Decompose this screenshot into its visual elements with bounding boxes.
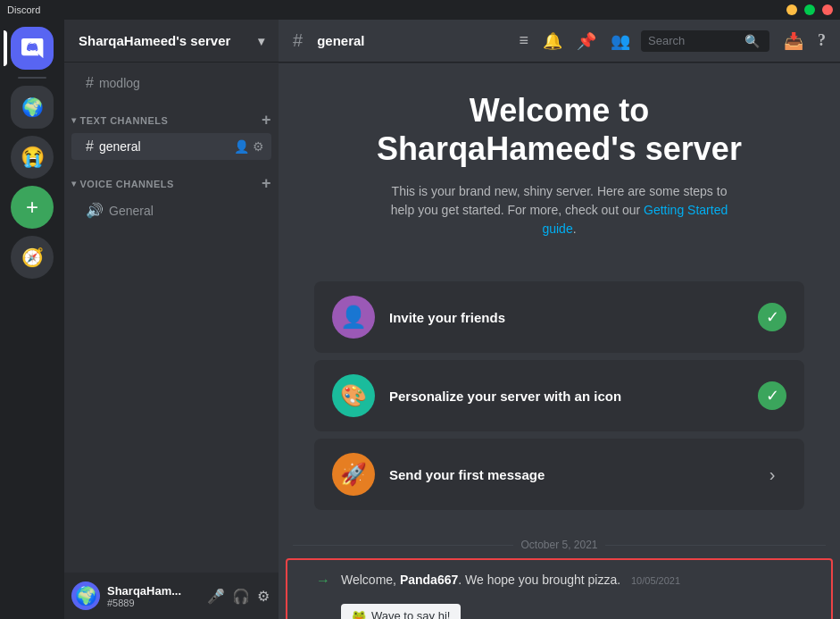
wave-emoji: 🐸: [352, 609, 366, 619]
user-avatar: 🌍: [71, 581, 100, 610]
add-member-icon[interactable]: 👤: [234, 139, 249, 154]
hash-icon-general: #: [86, 138, 94, 155]
setup-cards: 👤 Invite your friends ✓ 🎨 Personalize yo…: [279, 281, 840, 510]
window-controls: — □ ✕: [786, 4, 833, 15]
section-chevron-icon: ▾: [71, 115, 77, 125]
search-bar[interactable]: 🔍: [641, 30, 769, 52]
inbox-icon[interactable]: 📥: [784, 31, 803, 51]
headphones-icon[interactable]: 🎧: [230, 586, 252, 606]
user-settings-icon[interactable]: ⚙: [255, 586, 271, 606]
app-title: Discord: [7, 4, 786, 15]
personalize-card-checkmark: ✓: [758, 381, 786, 410]
discord-home-button[interactable]: [11, 27, 54, 70]
user-area: 🌍 SharqaHam... #5889 🎤 🎧 ⚙: [64, 573, 279, 619]
explore-servers-button[interactable]: 🧭: [11, 236, 54, 279]
user-discriminator: #5889: [107, 598, 198, 608]
user-info: SharqaHam... #5889: [107, 584, 198, 608]
server-icon-emoji[interactable]: 😭: [11, 136, 54, 179]
speaker-icon: 🔊: [86, 202, 104, 219]
channel-item-general[interactable]: # general 👤 ⚙: [71, 133, 271, 160]
voice-channel-name: General: [109, 204, 154, 218]
message-card-icon: 🚀: [332, 453, 375, 496]
help-icon[interactable]: ?: [818, 31, 826, 50]
search-icon: 🔍: [744, 34, 760, 48]
channel-name-general: general: [99, 139, 141, 154]
message-text: Welcome, Panda667. We hope you brought p…: [341, 573, 680, 587]
close-button[interactable]: ✕: [822, 4, 833, 15]
personalize-card-icon: 🎨: [332, 374, 375, 417]
pin-icon[interactable]: 📌: [577, 31, 596, 51]
welcome-description: This is your brand new, shiny server. He…: [381, 182, 738, 238]
message-card-text: Send your first message: [389, 467, 744, 482]
hash-icon: #: [86, 75, 94, 91]
app-container: 🌍 😭 + 🧭 SharqaHameed's server ▾ # modlog…: [0, 20, 840, 619]
server-sidebar: 🌍 😭 + 🧭: [0, 20, 64, 619]
section-voice-channels[interactable]: ▾ VOICE CHANNELS +: [64, 160, 279, 197]
channel-item-voice-general[interactable]: 🔊 General: [71, 197, 271, 224]
search-input[interactable]: [648, 34, 737, 47]
channel-header: # general ≡ 🔔 📌 👥 🔍 📥 ?: [279, 20, 840, 63]
date-separator: October 5, 2021: [279, 531, 840, 558]
threads-icon[interactable]: ≡: [519, 31, 528, 50]
welcome-section: Welcome toSharqaHameed's server This is …: [279, 63, 840, 281]
message-timestamp: 10/05/2021: [631, 575, 680, 586]
message-content: Welcome, Panda667. We hope you brought p…: [341, 571, 803, 619]
server-icon-main[interactable]: 🌍: [11, 86, 54, 129]
personalize-card-text: Personalize your server with an icon: [389, 389, 744, 404]
invite-card-checkmark: ✓: [758, 303, 786, 331]
messages-area: Welcome toSharqaHameed's server This is …: [279, 63, 840, 619]
channel-header-name: general: [317, 33, 364, 48]
channel-sidebar: SharqaHameed's server ▾ # modlog ▾ TEXT …: [64, 20, 279, 619]
server-header[interactable]: SharqaHameed's server ▾: [64, 20, 279, 63]
maximize-button[interactable]: □: [804, 4, 815, 15]
notification-icon[interactable]: 🔔: [543, 31, 562, 51]
wave-button-text: Wave to say hi!: [371, 609, 450, 619]
wave-button[interactable]: 🐸 Wave to say hi!: [341, 604, 461, 619]
channel-name-modlog: modlog: [99, 76, 140, 90]
server-name: SharqaHameed's server: [79, 33, 230, 48]
members-icon[interactable]: 👥: [611, 31, 630, 51]
minimize-button[interactable]: —: [786, 4, 797, 15]
add-server-button[interactable]: +: [11, 186, 54, 229]
message-username: Panda667: [400, 573, 458, 587]
setup-card-personalize[interactable]: 🎨 Personalize your server with an icon ✓: [314, 360, 804, 431]
section-text-channels[interactable]: ▾ TEXT CHANNELS +: [64, 96, 279, 133]
channel-hash-icon: #: [293, 30, 303, 51]
section-label-text: TEXT CHANNELS: [80, 115, 169, 126]
setup-card-message[interactable]: 🚀 Send your first message ›: [314, 439, 804, 510]
server-divider: [18, 77, 46, 79]
settings-icon[interactable]: ⚙: [253, 139, 264, 154]
message-arrow-icon: →: [316, 573, 330, 589]
date-label: October 5, 2021: [520, 539, 597, 551]
invite-card-text: Invite your friends: [389, 310, 744, 325]
highlighted-message-area: → Welcome, Panda667. We hope you brought…: [286, 558, 833, 619]
add-channel-button[interactable]: +: [262, 111, 271, 130]
mic-icon[interactable]: 🎤: [205, 586, 227, 606]
message-item: → Welcome, Panda667. We hope you brought…: [302, 567, 817, 619]
channel-item-modlog[interactable]: # modlog: [71, 70, 271, 96]
section-label-voice: VOICE CHANNELS: [80, 179, 174, 189]
welcome-title: Welcome toSharqaHameed's server: [314, 91, 804, 168]
user-controls: 🎤 🎧 ⚙: [205, 586, 271, 606]
chevron-down-icon: ▾: [258, 34, 264, 48]
invite-card-icon: 👤: [332, 296, 375, 339]
setup-card-invite[interactable]: 👤 Invite your friends ✓: [314, 281, 804, 353]
main-content: # general ≡ 🔔 📌 👥 🔍 📥 ? Welcome toSharqa…: [279, 20, 840, 619]
section-chevron-voice-icon: ▾: [71, 179, 77, 188]
channel-actions: 👤 ⚙: [234, 139, 264, 154]
channel-list: # modlog ▾ TEXT CHANNELS + # general 👤 ⚙…: [64, 63, 279, 573]
title-bar: Discord — □ ✕: [0, 0, 840, 20]
add-voice-channel-button[interactable]: +: [262, 174, 271, 193]
user-name: SharqaHam...: [107, 584, 198, 598]
message-card-arrow: ›: [758, 460, 786, 489]
